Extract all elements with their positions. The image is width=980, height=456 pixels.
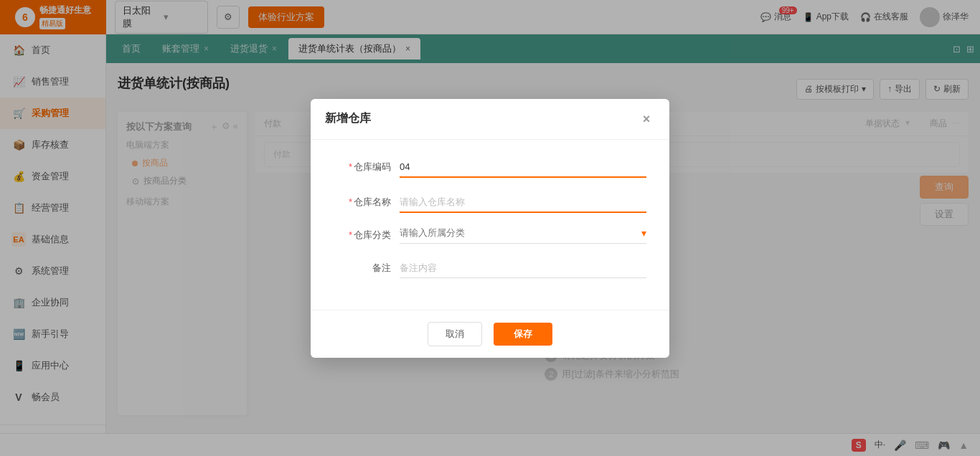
- note-input[interactable]: [400, 258, 646, 278]
- form-row-category: 仓库分类 ▾: [334, 227, 646, 244]
- code-input[interactable]: [400, 157, 646, 178]
- modal-title: 新增仓库: [325, 111, 371, 126]
- modal-footer: 取消 保存: [311, 310, 669, 358]
- add-warehouse-modal: 新增仓库 × 仓库编码 仓库名称 仓库分类 ▾: [311, 99, 669, 358]
- modal-header: 新增仓库 ×: [311, 99, 669, 140]
- form-row-name: 仓库名称: [334, 192, 646, 213]
- name-label: 仓库名称: [334, 196, 391, 209]
- modal-body: 仓库编码 仓库名称 仓库分类 ▾ 备注: [311, 140, 669, 310]
- category-dropdown-icon[interactable]: ▾: [641, 227, 646, 239]
- form-row-code: 仓库编码: [334, 157, 646, 178]
- category-input[interactable]: [400, 227, 641, 238]
- cancel-button[interactable]: 取消: [428, 322, 482, 346]
- code-label: 仓库编码: [334, 161, 391, 174]
- modal-overlay: 新增仓库 × 仓库编码 仓库名称 仓库分类 ▾: [0, 0, 980, 456]
- save-button[interactable]: 保存: [494, 323, 552, 346]
- note-label: 备注: [334, 262, 391, 275]
- modal-close-button[interactable]: ×: [638, 110, 655, 128]
- category-label: 仓库分类: [334, 229, 391, 242]
- name-input[interactable]: [400, 192, 646, 213]
- category-select[interactable]: ▾: [400, 227, 646, 244]
- form-row-note: 备注: [334, 258, 646, 278]
